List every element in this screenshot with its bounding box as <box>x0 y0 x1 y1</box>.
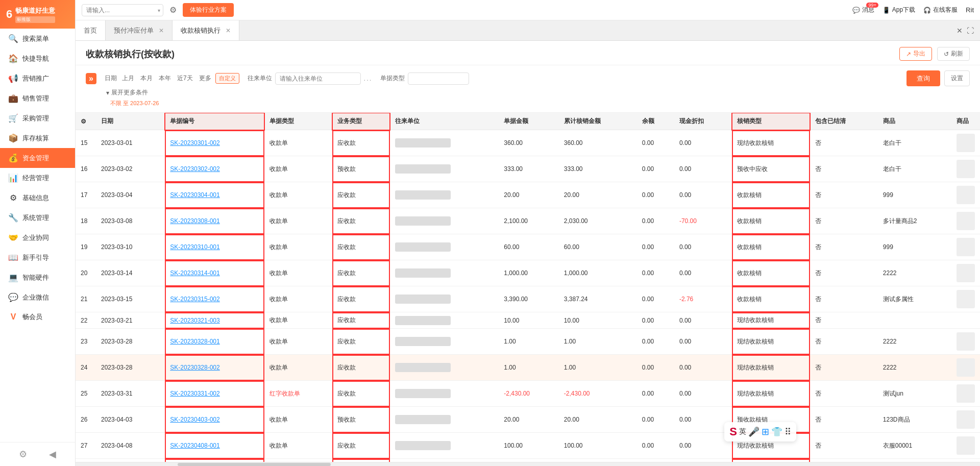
cell-date: 2023-03-15 <box>96 286 165 312</box>
cell-order-no[interactable]: SK-20230310-001 <box>165 234 264 260</box>
sidebar-item-inventory[interactable]: 📦 库存核算 <box>0 128 75 148</box>
col-date[interactable]: 日期 <box>96 113 165 130</box>
filter-expand[interactable]: ▾ 展开更多条件 <box>106 88 970 97</box>
col-cancel-type[interactable]: 核销类型 <box>732 113 810 130</box>
cell-order-no[interactable]: SK-20230331-002 <box>165 381 264 407</box>
cell-order-no[interactable]: SK-20230308-001 <box>165 208 264 234</box>
cell-order-no[interactable]: SK-20230321-003 <box>165 312 264 329</box>
filter-this-month[interactable]: 本月 <box>138 73 155 84</box>
sidebar-item-corp[interactable]: 🤝 企业协同 <box>0 228 75 248</box>
message-button[interactable]: 💬 消息 99+ <box>852 6 874 14</box>
setting-button[interactable]: 设置 <box>944 70 970 86</box>
tab-home[interactable]: 首页 <box>76 20 106 40</box>
filter-more-dates[interactable]: 更多 <box>197 73 213 84</box>
col-balance[interactable]: 余额 <box>637 113 674 130</box>
table-wrap[interactable]: ⚙ 日期 单据编号 单据类型 业务类型 往来单位 单据金额 累计核销金额 余额 … <box>76 113 980 462</box>
app-download-link[interactable]: 📱 App下载 <box>883 6 915 14</box>
cell-order-no[interactable]: SK-20230315-002 <box>165 286 264 312</box>
table-row[interactable]: 25 2023-03-31 SK-20230331-002 红字收款单 应收款 … <box>76 381 980 407</box>
table-row[interactable]: 26 2023-04-03 SK-20230403-002 收款单 预收款 ██… <box>76 407 980 433</box>
col-product2[interactable]: 商品 <box>951 113 980 130</box>
cell-order-no[interactable]: SK-20230408-001 <box>165 433 264 459</box>
expand-tab-icon[interactable]: ⛶ <box>967 27 974 35</box>
tab-close-prepay[interactable]: ✕ <box>159 27 164 34</box>
col-amount[interactable]: 单据金额 <box>499 113 559 130</box>
cell-no: 26 <box>76 407 96 433</box>
col-order-type[interactable]: 单据类型 <box>264 113 332 130</box>
customer-service-link[interactable]: 🎧 在线客服 <box>923 6 958 14</box>
sidebar-item-hardware[interactable]: 💻 智能硬件 <box>0 267 75 287</box>
table-row[interactable]: 23 2023-03-28 SK-20230328-001 收款单 应收款 ██… <box>76 329 980 355</box>
col-accum-cancel[interactable]: 累计核销金额 <box>559 113 637 130</box>
sidebar-item-search[interactable]: 🔍 搜索菜单 <box>0 29 75 48</box>
marketing-icon: 📢 <box>8 73 18 83</box>
filter-this-year[interactable]: 本年 <box>157 73 173 84</box>
table-row[interactable]: 18 2023-03-08 SK-20230308-001 收款单 应收款 ██… <box>76 208 980 234</box>
sidebar-item-guide[interactable]: 📖 新手引导 <box>0 248 75 267</box>
tabbar: 首页 预付冲应付单 ✕ 收款核销执行 ✕ ✕ ⛶ <box>76 20 980 41</box>
filter-custom-date[interactable]: 自定义 <box>215 73 239 84</box>
col-partner[interactable]: 往来单位 <box>390 113 499 130</box>
sidebar-item-basic[interactable]: ⚙ 基础信息 <box>0 188 75 208</box>
table-row[interactable]: 27 2023-04-08 SK-20230408-001 收款单 应收款 ██… <box>76 433 980 459</box>
filter-row: » 日期 上月 本月 本年 近7天 更多 自定义 往来单位 ... <box>86 70 970 86</box>
cell-order-no[interactable]: SK-20230302-002 <box>165 156 264 182</box>
tab-receipts[interactable]: 收款核销执行 ✕ <box>173 20 239 40</box>
cell-order-no[interactable]: SK-20230301-002 <box>165 130 264 156</box>
cell-balance: 0.00 <box>637 407 674 433</box>
table-row[interactable]: 17 2023-03-04 SK-20230304-001 收款单 应收款 ██… <box>76 182 980 208</box>
table-row[interactable]: 20 2023-03-14 SK-20230314-001 收款单 应收款 ██… <box>76 260 980 286</box>
table-row[interactable]: 19 2023-03-10 SK-20230310-001 收款单 应收款 ██… <box>76 234 980 260</box>
cell-incl-cleared: 否 <box>810 329 878 355</box>
cell-order-no[interactable]: SK-20230403-002 <box>165 407 264 433</box>
table-row[interactable]: 22 2023-03-21 SK-20230321-003 收款单 应收款 ██… <box>76 312 980 329</box>
tab-prepay[interactable]: 预付冲应付单 ✕ <box>106 20 173 40</box>
query-button[interactable]: 查询 <box>906 70 940 86</box>
horizontal-scrollbar[interactable] <box>76 462 980 466</box>
sidebar-item-system[interactable]: 🔧 系统管理 <box>0 208 75 228</box>
settings-icon[interactable]: ⚙ <box>19 449 27 460</box>
industry-solution-button[interactable]: 体验行业方案 <box>183 3 234 17</box>
filter-toggle-button[interactable]: » <box>86 73 96 84</box>
phone-icon: 📱 <box>883 7 890 14</box>
sidebar-item-member[interactable]: V 畅会员 <box>0 307 75 327</box>
col-product[interactable]: 商品 <box>878 113 951 130</box>
user-avatar[interactable]: Rit <box>966 6 974 14</box>
sidebar-item-purchase[interactable]: 🛒 采购管理 <box>0 108 75 128</box>
cell-order-no[interactable]: SK-20230328-001 <box>165 329 264 355</box>
cell-order-no[interactable]: SK-20230314-001 <box>165 260 264 286</box>
filter-last-month[interactable]: 上月 <box>120 73 136 84</box>
table-row[interactable]: 16 2023-03-02 SK-20230302-002 收款单 预收款 ██… <box>76 156 980 182</box>
sidebar-item-sales[interactable]: 💼 销售管理 <box>0 88 75 108</box>
manage-icon: 📊 <box>8 173 18 183</box>
col-order-no[interactable]: 单据编号 <box>165 113 264 130</box>
sidebar-item-manage[interactable]: 📊 经营管理 <box>0 168 75 188</box>
table-row[interactable]: 21 2023-03-15 SK-20230315-002 收款单 应收款 ██… <box>76 286 980 312</box>
sidebar-item-finance[interactable]: 💰 资金管理 <box>0 148 75 168</box>
scrollbar-thumb[interactable] <box>178 463 331 466</box>
topbar-search-input[interactable] <box>82 4 163 16</box>
col-cash-discount[interactable]: 现金折扣 <box>674 113 732 130</box>
cell-partner: ████████ <box>390 208 499 234</box>
filter-partner-input[interactable] <box>275 72 361 85</box>
cell-order-no[interactable]: SK-20230304-001 <box>165 182 264 208</box>
table-row[interactable]: 24 2023-03-28 SK-20230328-002 收款单 应收款 ██… <box>76 355 980 381</box>
gear-icon[interactable]: ⚙ <box>167 3 179 17</box>
table-row[interactable]: 15 2023-03-01 SK-20230301-002 收款单 应收款 ██… <box>76 130 980 156</box>
close-tab-icon[interactable]: ✕ <box>957 27 963 35</box>
tab-close-receipts[interactable]: ✕ <box>226 27 231 34</box>
collapse-icon[interactable]: ◀ <box>49 449 56 460</box>
filter-voucher-type-select[interactable] <box>408 72 469 85</box>
cell-order-no[interactable]: SK-20230328-002 <box>165 355 264 381</box>
col-biz-type[interactable]: 业务类型 <box>332 113 390 130</box>
cell-balance: 0.00 <box>637 381 674 407</box>
filter-voucher-type-group: 单据类型 <box>380 72 469 85</box>
cell-product2 <box>951 355 980 381</box>
refresh-button[interactable]: ↺ 刷新 <box>937 47 970 61</box>
sidebar-item-wechat[interactable]: 💬 企业微信 <box>0 287 75 307</box>
col-incl-cleared[interactable]: 包含已结清 <box>810 113 878 130</box>
sidebar-item-quick-nav[interactable]: 🏠 快捷导航 <box>0 48 75 68</box>
export-button[interactable]: ↗ 导出 <box>899 47 932 61</box>
filter-last-7days[interactable]: 近7天 <box>175 73 195 84</box>
sidebar-item-marketing[interactable]: 📢 营销推广 <box>0 68 75 88</box>
